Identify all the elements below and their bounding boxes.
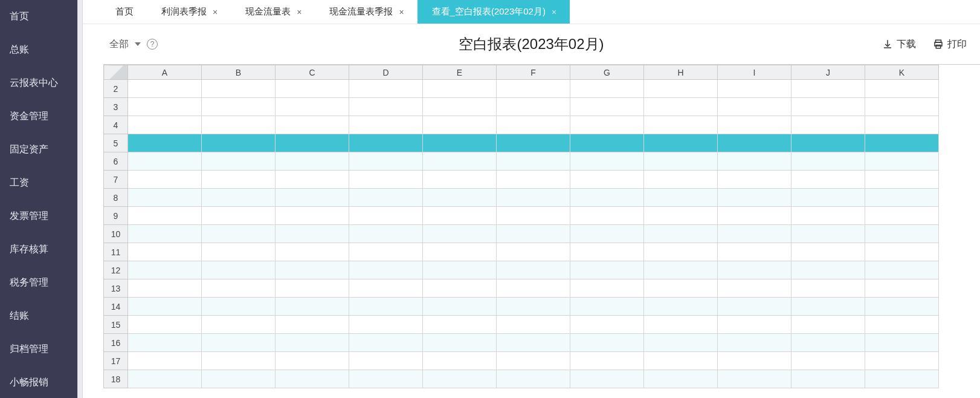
col-header-D[interactable]: D <box>349 65 423 80</box>
cell-D9[interactable] <box>349 207 423 225</box>
cell-G2[interactable] <box>570 80 644 98</box>
cell-K11[interactable] <box>865 243 939 261</box>
sheet-corner[interactable] <box>104 65 128 80</box>
cell-G11[interactable] <box>570 243 644 261</box>
print-button[interactable]: 打印 <box>933 38 967 51</box>
sidebar-item-10[interactable]: 归档管理 <box>0 333 77 366</box>
col-header-B[interactable]: B <box>202 65 276 80</box>
cell-K18[interactable] <box>865 370 939 388</box>
cell-E7[interactable] <box>423 171 497 189</box>
cell-C10[interactable] <box>276 225 349 243</box>
cell-F10[interactable] <box>497 225 570 243</box>
col-header-K[interactable]: K <box>865 65 939 80</box>
cell-C7[interactable] <box>276 171 349 189</box>
cell-I14[interactable] <box>718 298 791 316</box>
cell-H7[interactable] <box>644 171 718 189</box>
cell-J6[interactable] <box>791 152 865 171</box>
cell-B5[interactable] <box>202 134 276 152</box>
cell-A6[interactable] <box>128 152 202 171</box>
row-header-6[interactable]: 6 <box>104 152 128 171</box>
col-header-I[interactable]: I <box>718 65 791 80</box>
col-header-A[interactable]: A <box>128 65 202 80</box>
cell-H2[interactable] <box>644 80 718 98</box>
cell-K13[interactable] <box>865 279 939 298</box>
cell-F16[interactable] <box>497 334 570 352</box>
row-header-14[interactable]: 14 <box>104 298 128 316</box>
cell-K14[interactable] <box>865 298 939 316</box>
cell-B18[interactable] <box>202 370 276 388</box>
cell-D11[interactable] <box>349 243 423 261</box>
cell-C5[interactable] <box>276 134 349 152</box>
cell-C9[interactable] <box>276 207 349 225</box>
spreadsheet[interactable]: ABCDEFGHIJK23456789101112131415161718 <box>103 64 980 398</box>
close-icon[interactable]: × <box>552 7 556 17</box>
cell-E4[interactable] <box>423 116 497 134</box>
tab-3[interactable]: 现金流量表季报× <box>315 0 417 24</box>
cell-I8[interactable] <box>718 189 791 207</box>
cell-I5[interactable] <box>718 134 791 152</box>
cell-J17[interactable] <box>791 352 865 370</box>
cell-F14[interactable] <box>497 298 570 316</box>
col-header-G[interactable]: G <box>570 65 644 80</box>
close-icon[interactable]: × <box>297 7 301 17</box>
cell-G15[interactable] <box>570 316 644 334</box>
cell-E10[interactable] <box>423 225 497 243</box>
cell-C13[interactable] <box>276 279 349 298</box>
row-header-16[interactable]: 16 <box>104 334 128 352</box>
cell-H8[interactable] <box>644 189 718 207</box>
cell-A4[interactable] <box>128 116 202 134</box>
cell-K10[interactable] <box>865 225 939 243</box>
cell-I2[interactable] <box>718 80 791 98</box>
row-header-8[interactable]: 8 <box>104 189 128 207</box>
close-icon[interactable]: × <box>213 7 218 17</box>
row-header-9[interactable]: 9 <box>104 207 128 225</box>
cell-I11[interactable] <box>718 243 791 261</box>
cell-D7[interactable] <box>349 171 423 189</box>
cell-F15[interactable] <box>497 316 570 334</box>
row-header-13[interactable]: 13 <box>104 279 128 298</box>
row-header-12[interactable]: 12 <box>104 261 128 279</box>
cell-F5[interactable] <box>497 134 570 152</box>
cell-J8[interactable] <box>791 189 865 207</box>
cell-F2[interactable] <box>497 80 570 98</box>
row-header-11[interactable]: 11 <box>104 243 128 261</box>
cell-C18[interactable] <box>276 370 349 388</box>
cell-K16[interactable] <box>865 334 939 352</box>
cell-B4[interactable] <box>202 116 276 134</box>
cell-G8[interactable] <box>570 189 644 207</box>
cell-A2[interactable] <box>128 80 202 98</box>
cell-F17[interactable] <box>497 352 570 370</box>
cell-E16[interactable] <box>423 334 497 352</box>
cell-D14[interactable] <box>349 298 423 316</box>
cell-H6[interactable] <box>644 152 718 171</box>
help-icon[interactable]: ? <box>147 39 158 50</box>
cell-G14[interactable] <box>570 298 644 316</box>
cell-J2[interactable] <box>791 80 865 98</box>
cell-B15[interactable] <box>202 316 276 334</box>
cell-D5[interactable] <box>349 134 423 152</box>
cell-K12[interactable] <box>865 261 939 279</box>
cell-E13[interactable] <box>423 279 497 298</box>
row-header-5[interactable]: 5 <box>104 134 128 152</box>
cell-I15[interactable] <box>718 316 791 334</box>
cell-I9[interactable] <box>718 207 791 225</box>
cell-C2[interactable] <box>276 80 349 98</box>
sidebar-item-1[interactable]: 总账 <box>0 33 77 67</box>
row-header-4[interactable]: 4 <box>104 116 128 134</box>
cell-D18[interactable] <box>349 370 423 388</box>
sidebar-item-6[interactable]: 发票管理 <box>0 200 77 233</box>
cell-F3[interactable] <box>497 98 570 116</box>
cell-A10[interactable] <box>128 225 202 243</box>
cell-F7[interactable] <box>497 171 570 189</box>
sidebar-item-3[interactable]: 资金管理 <box>0 100 77 133</box>
cell-G10[interactable] <box>570 225 644 243</box>
cell-B11[interactable] <box>202 243 276 261</box>
cell-K5[interactable] <box>865 134 939 152</box>
cell-B2[interactable] <box>202 80 276 98</box>
cell-F4[interactable] <box>497 116 570 134</box>
cell-J11[interactable] <box>791 243 865 261</box>
cell-J14[interactable] <box>791 298 865 316</box>
cell-E18[interactable] <box>423 370 497 388</box>
cell-A17[interactable] <box>128 352 202 370</box>
sidebar-item-8[interactable]: 税务管理 <box>0 266 77 299</box>
